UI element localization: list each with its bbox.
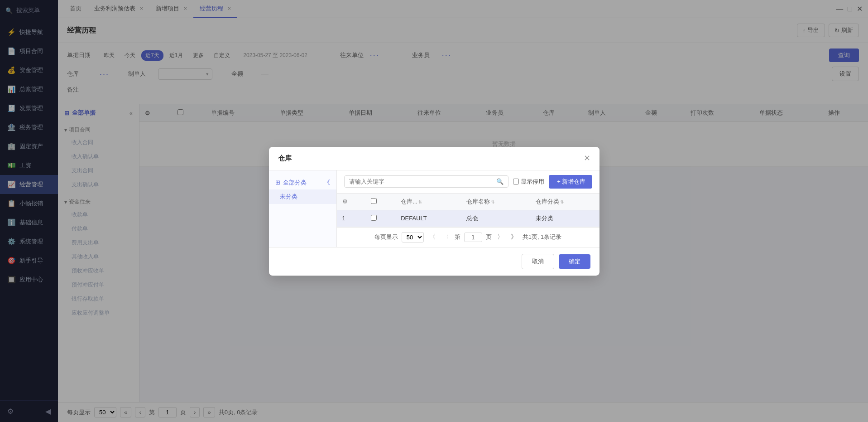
show-disabled-text: 显示停用 bbox=[521, 178, 544, 186]
wh-row-check bbox=[365, 210, 395, 227]
wh-category: 未分类 bbox=[530, 210, 599, 227]
modal-pagination: 每页显示 50 《 〈 第 页 〉 》 共1页, 1条记录 bbox=[337, 227, 599, 247]
th-wh-category: 仓库分类⇅ bbox=[530, 194, 599, 210]
modal-table-wrap: ⚙ 仓库...⇅ 仓库名称⇅ 仓库分类⇅ bbox=[337, 194, 599, 227]
warehouse-row-1[interactable]: 1 DEFAULT 总仓 未分类 bbox=[337, 210, 599, 227]
modal-cancel-btn[interactable]: 取消 bbox=[522, 254, 554, 269]
modal-toolbar: 🔍 显示停用 + 新增仓库 bbox=[337, 170, 599, 194]
warehouse-table-header: ⚙ 仓库...⇅ 仓库名称⇅ 仓库分类⇅ bbox=[337, 194, 599, 210]
modal-last-page[interactable]: 》 bbox=[509, 232, 519, 242]
th-modal-settings: ⚙ bbox=[337, 194, 366, 210]
warehouse-modal: 仓库 ✕ ⊞ 全部分类 《 未分类 bbox=[269, 147, 599, 276]
add-warehouse-label: + 新增仓库 bbox=[557, 178, 585, 186]
modal-search-box: 🔍 bbox=[344, 175, 509, 188]
modal-sidebar-collapse-btn[interactable]: 《 bbox=[324, 179, 330, 187]
show-disabled-checkbox[interactable] bbox=[513, 179, 519, 184]
wh-row-num: 1 bbox=[337, 210, 366, 227]
th-wh-name: 仓库名称⇅ bbox=[461, 194, 530, 210]
modal-body: ⊞ 全部分类 《 未分类 🔍 显示停用 bbox=[269, 170, 599, 247]
modal-action-footer: 取消 确定 bbox=[269, 247, 599, 276]
modal-sidebar-all-label: 全部分类 bbox=[283, 179, 307, 187]
add-warehouse-btn[interactable]: + 新增仓库 bbox=[549, 175, 592, 189]
wh-name: 总仓 bbox=[461, 210, 530, 227]
modal-next-page[interactable]: 〉 bbox=[495, 232, 505, 242]
th-modal-check bbox=[365, 194, 395, 210]
modal-title: 仓库 bbox=[278, 154, 292, 163]
modal-search-icon[interactable]: 🔍 bbox=[496, 178, 504, 185]
modal-close-btn[interactable]: ✕ bbox=[584, 154, 590, 162]
modal-sidebar-uncategorized[interactable]: 未分类 bbox=[269, 189, 336, 204]
modal-sidebar-header[interactable]: ⊞ 全部分类 《 bbox=[269, 176, 336, 189]
show-disabled-label[interactable]: 显示停用 bbox=[513, 178, 544, 186]
modal-per-page-label: 每页显示 bbox=[374, 233, 398, 241]
modal-sidebar: ⊞ 全部分类 《 未分类 bbox=[269, 170, 337, 247]
modal-header: 仓库 ✕ bbox=[269, 147, 599, 170]
modal-page-size[interactable]: 50 bbox=[402, 232, 424, 243]
sidebar-grid-icon: ⊞ bbox=[275, 179, 280, 186]
modal-first-page[interactable]: 《 bbox=[427, 232, 437, 242]
th-wh-code: 仓库...⇅ bbox=[395, 194, 461, 210]
modal-select-all[interactable] bbox=[371, 198, 377, 204]
wh-code: DEFAULT bbox=[395, 210, 461, 227]
uncategorized-label: 未分类 bbox=[280, 193, 297, 200]
warehouse-table: ⚙ 仓库...⇅ 仓库名称⇅ 仓库分类⇅ bbox=[337, 194, 599, 227]
modal-overlay: 仓库 ✕ ⊞ 全部分类 《 未分类 bbox=[0, 0, 868, 422]
modal-page-word: 第 bbox=[455, 233, 460, 241]
modal-confirm-btn[interactable]: 确定 bbox=[559, 254, 590, 269]
modal-prev-page[interactable]: 〈 bbox=[441, 232, 451, 242]
modal-content: 🔍 显示停用 + 新增仓库 bbox=[337, 170, 599, 247]
wh-checkbox-1[interactable] bbox=[371, 215, 377, 221]
modal-page-suffix: 页 bbox=[486, 233, 492, 241]
modal-total: 共1页, 1条记录 bbox=[523, 233, 562, 241]
modal-page-input[interactable] bbox=[464, 233, 482, 242]
modal-search-input[interactable] bbox=[349, 178, 494, 185]
